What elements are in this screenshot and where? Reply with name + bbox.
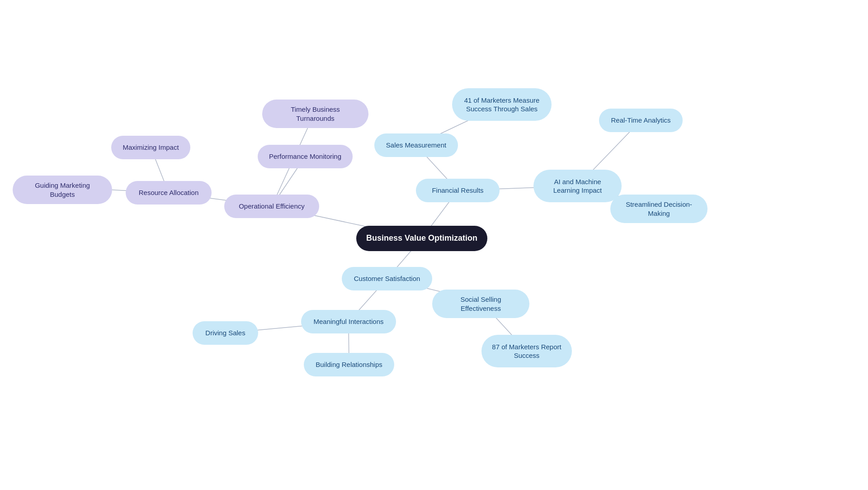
node-center[interactable]: Business Value Optimization bbox=[356, 226, 487, 251]
node-marketers_report[interactable]: 87 of Marketers Report Success bbox=[481, 335, 572, 367]
node-meaningful_interactions[interactable]: Meaningful Interactions bbox=[301, 310, 396, 333]
mind-map: Business Value OptimizationOperational E… bbox=[0, 0, 868, 490]
node-building_relationships[interactable]: Building Relationships bbox=[304, 353, 394, 376]
node-operational_efficiency[interactable]: Operational Efficiency bbox=[224, 195, 319, 218]
node-financial_results[interactable]: Financial Results bbox=[416, 179, 500, 202]
node-real_time_analytics[interactable]: Real-Time Analytics bbox=[599, 109, 683, 132]
node-sales_measurement[interactable]: Sales Measurement bbox=[374, 133, 458, 157]
node-customer_satisfaction[interactable]: Customer Satisfaction bbox=[342, 267, 432, 290]
node-ai_ml[interactable]: AI and Machine Learning Impact bbox=[533, 170, 622, 202]
node-driving_sales[interactable]: Driving Sales bbox=[193, 321, 258, 345]
node-guiding_marketing[interactable]: Guiding Marketing Budgets bbox=[13, 176, 112, 204]
node-resource_allocation[interactable]: Resource Allocation bbox=[126, 181, 212, 205]
node-social_selling[interactable]: Social Selling Effectiveness bbox=[432, 290, 529, 318]
node-marketers_measure[interactable]: 41 of Marketers Measure Success Through … bbox=[452, 88, 552, 121]
node-timely_business[interactable]: Timely Business Turnarounds bbox=[262, 100, 368, 128]
node-streamlined_decision[interactable]: Streamlined Decision-Making bbox=[610, 195, 708, 223]
node-maximizing_impact[interactable]: Maximizing Impact bbox=[111, 136, 190, 159]
node-performance_monitoring[interactable]: Performance Monitoring bbox=[258, 145, 353, 168]
